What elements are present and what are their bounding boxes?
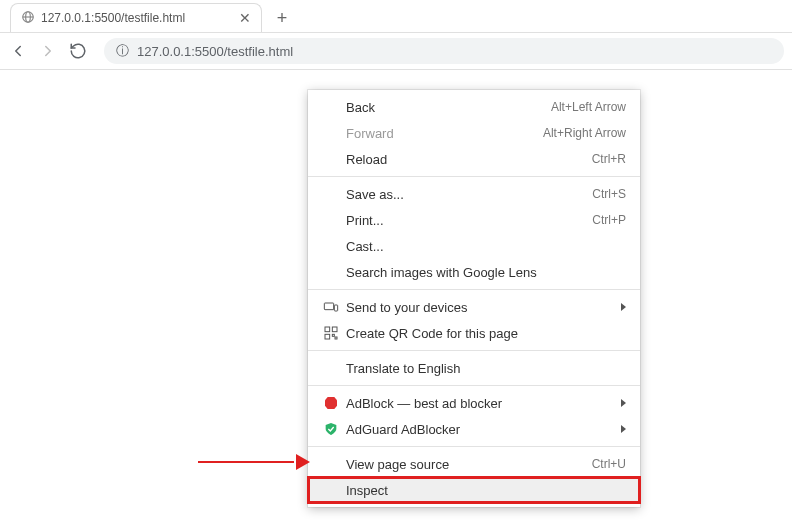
devices-icon	[320, 299, 342, 315]
info-icon: ⓘ	[116, 42, 129, 60]
adblock-icon	[320, 395, 342, 411]
svg-marker-11	[325, 397, 337, 409]
reload-icon	[69, 42, 87, 60]
svg-rect-4	[324, 303, 333, 310]
svg-rect-8	[325, 334, 330, 339]
adguard-icon	[320, 421, 342, 437]
menu-item-save-as[interactable]: Save as... Ctrl+S	[308, 181, 640, 207]
menu-separator	[308, 446, 640, 447]
globe-icon	[21, 10, 35, 27]
svg-rect-10	[335, 337, 337, 339]
chevron-right-icon	[621, 303, 626, 311]
menu-item-send-devices[interactable]: Send to your devices	[308, 294, 640, 320]
arrow-right-icon	[39, 42, 57, 60]
menu-separator	[308, 385, 640, 386]
menu-item-qr-code[interactable]: Create QR Code for this page	[308, 320, 640, 346]
menu-item-adguard[interactable]: AdGuard AdBlocker	[308, 416, 640, 442]
context-menu: Back Alt+Left Arrow Forward Alt+Right Ar…	[308, 90, 640, 507]
menu-item-cast[interactable]: Cast...	[308, 233, 640, 259]
svg-rect-6	[325, 327, 330, 332]
svg-rect-7	[332, 327, 337, 332]
svg-rect-9	[332, 334, 334, 336]
reload-button[interactable]	[68, 41, 88, 61]
qr-icon	[320, 325, 342, 341]
menu-item-back[interactable]: Back Alt+Left Arrow	[308, 94, 640, 120]
toolbar: ⓘ 127.0.0.1:5500/testfile.html	[0, 32, 792, 70]
annotation-arrow	[198, 450, 310, 474]
forward-button[interactable]	[38, 41, 58, 61]
menu-separator	[308, 350, 640, 351]
menu-item-adblock[interactable]: AdBlock — best ad blocker	[308, 390, 640, 416]
menu-item-view-source[interactable]: View page source Ctrl+U	[308, 451, 640, 477]
menu-item-translate[interactable]: Translate to English	[308, 355, 640, 381]
menu-item-search-lens[interactable]: Search images with Google Lens	[308, 259, 640, 285]
close-icon[interactable]: ✕	[239, 10, 251, 26]
back-button[interactable]	[8, 41, 28, 61]
new-tab-button[interactable]: +	[268, 4, 296, 32]
url-text: 127.0.0.1:5500/testfile.html	[137, 44, 293, 59]
browser-tab[interactable]: 127.0.0.1:5500/testfile.html ✕	[10, 3, 262, 32]
chevron-right-icon	[621, 399, 626, 407]
menu-item-forward[interactable]: Forward Alt+Right Arrow	[308, 120, 640, 146]
tab-strip: 127.0.0.1:5500/testfile.html ✕ +	[0, 0, 792, 32]
menu-item-inspect[interactable]: Inspect	[308, 477, 640, 503]
chevron-right-icon	[621, 425, 626, 433]
menu-separator	[308, 289, 640, 290]
address-bar[interactable]: ⓘ 127.0.0.1:5500/testfile.html	[104, 38, 784, 64]
menu-separator	[308, 176, 640, 177]
menu-item-print[interactable]: Print... Ctrl+P	[308, 207, 640, 233]
tab-title: 127.0.0.1:5500/testfile.html	[41, 11, 235, 25]
arrow-left-icon	[9, 42, 27, 60]
menu-item-reload[interactable]: Reload Ctrl+R	[308, 146, 640, 172]
svg-rect-5	[334, 305, 337, 311]
